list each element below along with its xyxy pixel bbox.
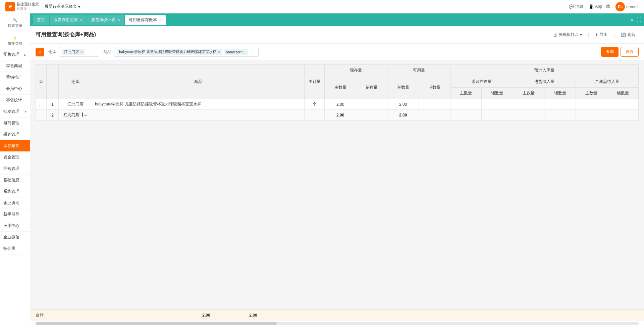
sidebar-item-app-center[interactable]: 应用中心 <box>0 220 30 232</box>
scrollbar-thumb[interactable] <box>36 322 277 325</box>
message-label: 消息 <box>575 4 583 9</box>
expand-icon[interactable]: ⛶ <box>637 17 641 22</box>
sidebar-item-marketing[interactable]: 营销推广 <box>0 72 30 83</box>
th-incoming: 进货待入量 <box>513 76 576 88</box>
ecommerce-label: 电商管理 <box>3 120 19 126</box>
th-product-main: 主数量 <box>576 88 607 99</box>
page-actions: 🖨 按模板打印 ▾ | ⬆ 导出 | 🔄 刷新 <box>550 30 639 39</box>
row1-unit: 个 <box>305 99 325 110</box>
basic-label: 基础信息 <box>3 177 19 183</box>
close-all-tabs-icon[interactable]: ✕ <box>630 17 634 22</box>
warehouse-tag-close-icon[interactable]: ✕ <box>80 50 83 54</box>
scrollbar-track[interactable] <box>36 322 639 325</box>
page-content: 可用量查询(按仓库+商品) 🖨 按模板打印 ▾ | ⬆ 导出 | 🔄 <box>30 26 644 326</box>
sidebar-item-retail-stats[interactable]: 零售统计 <box>0 95 30 106</box>
warehouse-filter-label: 仓库 <box>48 49 56 55</box>
row2-available-sub <box>419 110 450 121</box>
purchase-label: 采购管理 <box>3 132 19 137</box>
product-tag-1: babycare学饮杯 儿童防摔防撞吸管杯重力球吸嘴杯宝宝水杯 ✕ <box>117 49 222 55</box>
export-icon: ⬆ <box>595 33 598 37</box>
sidebar-item-vip-member[interactable]: 畅会员 <box>0 243 30 254</box>
th-purchase-sub: 辅数量 <box>482 88 513 99</box>
gear-icon[interactable]: ⚙ <box>39 80 43 84</box>
query-btn[interactable]: 查询 <box>601 47 619 57</box>
finance-label: 资金管理 <box>3 154 19 160</box>
message-btn[interactable]: 💬 消息 <box>569 4 583 9</box>
quick-nav-label: 快捷导航 <box>8 41 22 46</box>
sidebar-item-system[interactable]: 系统管理 <box>0 186 30 197</box>
filter-toggle-btn[interactable]: » <box>36 48 44 56</box>
chevron-icon: ▲ <box>23 53 26 56</box>
enterprise-label: 企业协同 <box>3 200 19 206</box>
sidebar-item-retail[interactable]: 零售管理 ▲ <box>0 49 30 60</box>
tab-home[interactable]: 首页 <box>33 15 49 25</box>
warehouse-tag-value: 江北门店 <box>64 49 79 54</box>
close-stock-tab-icon[interactable]: ✕ <box>159 18 162 22</box>
search-menu-label: 搜索菜单 <box>8 23 22 28</box>
sidebar-item-wholesale[interactable]: 批发管理 ▾ <box>0 106 30 118</box>
close-receipt-tab-icon[interactable]: ✕ <box>80 18 83 22</box>
sidebar: 🔍 搜索菜单 ⚡ 快捷导航 零售管理 ▲ 零售商城 营销推广 会员中心 零售统计… <box>0 13 30 326</box>
sidebar-item-enterprise[interactable]: 企业协同 <box>0 197 30 209</box>
sidebar-item-onboarding[interactable]: 新手引导 <box>0 209 30 220</box>
row2-incoming-main <box>513 110 544 121</box>
row1-product: babycare学饮杯 儿童防摔防撞吸管杯重力球吸嘴杯宝宝水杯 <box>92 99 305 110</box>
warehouse-filter-input[interactable]: 江北门店 ✕ ... <box>59 47 99 57</box>
footer-label: 合计 <box>36 312 44 318</box>
retail-label: 零售管理 <box>3 52 19 57</box>
chevron-down-icon: ▾ <box>78 4 80 9</box>
print-btn[interactable]: 🖨 按模板打印 ▾ <box>550 30 585 39</box>
row2-stock-main: 2.00 <box>325 110 356 121</box>
enterprise-wechat-label: 企业微信 <box>3 234 19 240</box>
tab-order-label: 要货单统计表 <box>91 17 115 23</box>
top-bar-right: 💬 消息 📱 App下载 Ea demo2 <box>569 2 639 11</box>
sidebar-item-operations[interactable]: 经营管理 <box>0 163 30 175</box>
search-menu-btn[interactable]: 🔍 搜索菜单 <box>3 16 27 30</box>
quick-nav-btn[interactable]: ⚡ 快捷导航 <box>0 33 30 49</box>
sidebar-item-basic[interactable]: 基础信息 <box>0 175 30 186</box>
row2-checkbox <box>36 110 47 121</box>
row2-purchase-main <box>450 110 482 121</box>
product-more-icon[interactable]: ... <box>250 50 256 54</box>
page-header: 可用量查询(按仓库+商品) 🖨 按模板打印 ▾ | ⬆ 导出 | 🔄 <box>30 26 644 44</box>
row1-checkbox[interactable] <box>36 99 47 110</box>
row1-incoming-sub <box>544 99 576 110</box>
sidebar-item-member[interactable]: 会员中心 <box>0 83 30 95</box>
sidebar-item-ecommerce[interactable]: 电商管理 <box>0 118 30 129</box>
sidebar-item-enterprise-wechat[interactable]: 企业微信 <box>0 232 30 243</box>
row2-product-main <box>576 110 607 121</box>
row2-incoming-sub <box>544 110 576 121</box>
product-filter-input[interactable]: babycare学饮杯 儿童防摔防撞吸管杯重力球吸嘴杯宝宝水杯 ✕ babyca… <box>114 47 259 57</box>
logo-text: 畅捷通好生意 <box>17 2 39 6</box>
sidebar-item-inventory[interactable]: 库存核算 <box>0 140 30 152</box>
data-table: ⚙ 仓库 商品 主计量 现存量 可用量 预计入库量 主数量 辅数 <box>36 64 639 121</box>
warehouse-more-icon[interactable]: ... <box>86 50 92 54</box>
close-order-tab-icon[interactable]: ✕ <box>117 18 120 22</box>
table-row: 1 江北门店 babycare学饮杯 儿童防摔防撞吸管杯重力球吸嘴杯宝宝水杯 个… <box>36 99 639 110</box>
row1-purchase-sub <box>482 99 513 110</box>
logo-text-area: 畅捷通好生意 标准版 <box>17 2 39 11</box>
sidebar-item-retail-shop[interactable]: 零售商城 <box>0 60 30 72</box>
logo-icon: 好 <box>5 2 15 11</box>
industry-selector[interactable]: 母婴行业演示账套 ▾ <box>42 2 83 11</box>
tab-receipt-summary[interactable]: 收发存汇总表 ✕ <box>50 15 87 25</box>
setting-btn[interactable]: 设置 <box>621 47 639 57</box>
system-label: 系统管理 <box>3 189 19 194</box>
tab-available-stock[interactable]: 可用量库存账本 ✕ <box>125 15 166 25</box>
row2-warehouse: 江北门店【... <box>59 110 92 121</box>
tab-order-stats[interactable]: 要货单统计表 ✕ <box>87 15 124 25</box>
app-download-btn[interactable]: 📱 App下载 <box>589 4 610 9</box>
product-tag-close-icon[interactable]: ✕ <box>218 50 220 54</box>
onboarding-label: 新手引导 <box>3 212 19 217</box>
user-menu[interactable]: Ea demo2 <box>615 2 639 11</box>
th-stock-sub-1: 辅数量 <box>356 76 387 99</box>
refresh-btn[interactable]: 🔄 刷新 <box>618 30 639 39</box>
sidebar-item-purchase[interactable]: 采购管理 <box>0 129 30 140</box>
row1-available-main: 2.00 <box>387 99 419 110</box>
product-tag-value: babycare学饮杯 儿童防摔防撞吸管杯重力球吸嘴杯宝宝水杯 <box>119 49 216 54</box>
sidebar-item-finance[interactable]: 资金管理 <box>0 152 30 163</box>
table-wrapper: ⚙ 仓库 商品 主计量 现存量 可用量 预计入库量 主数量 辅数 <box>30 60 644 309</box>
export-btn[interactable]: ⬆ 导出 <box>592 30 611 39</box>
tab-bar: 首页 收发存汇总表 ✕ 要货单统计表 ✕ 可用量库存账本 ✕ ✕ ⛶ <box>30 13 644 26</box>
row1-check-input[interactable] <box>39 102 43 106</box>
